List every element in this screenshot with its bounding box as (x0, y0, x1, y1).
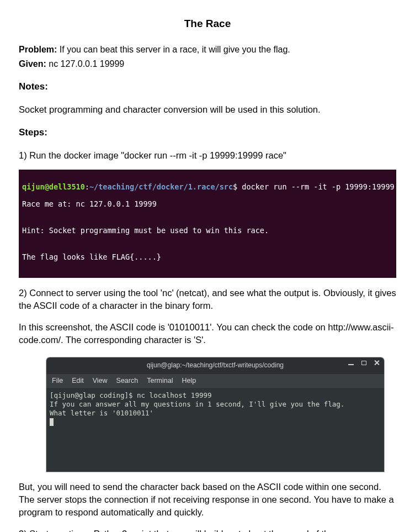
given-line: Given: nc 127.0.0.1 19999 (19, 58, 396, 70)
term1-dollar: $ (233, 182, 242, 191)
menu-search[interactable]: Search (116, 376, 139, 386)
term1-line-3: Hint: Socket programming must be used to… (22, 225, 393, 235)
terminal-docker: qijun@dell3510:~/teaching/ctf/docker/1.r… (19, 170, 396, 278)
steps-heading: Steps: (19, 126, 396, 139)
problem-line: Problem: If you can beat this server in … (19, 44, 396, 56)
given-text: nc 127.0.0.1 19999 (46, 59, 124, 69)
term2-menubar: File Edit View Search Terminal Help (46, 374, 384, 389)
menu-terminal[interactable]: Terminal (147, 376, 173, 386)
minimize-icon[interactable] (348, 360, 354, 366)
step-1-text: 1) Run the docker image "docker run --rm… (19, 149, 396, 162)
page-title: The Race (19, 17, 396, 31)
step-2-text-a: 2) Connect to server using the tool 'nc'… (19, 287, 396, 312)
menu-help[interactable]: Help (182, 376, 196, 386)
term1-line-4: The flag looks like FLAG{.....} (22, 252, 393, 262)
menu-file[interactable]: File (52, 376, 63, 386)
term1-cmd: docker run --rm -it -p 19999:19999 race (242, 182, 396, 191)
step-3-text: 3) Start creating a Python3 script that … (19, 528, 396, 532)
term2-output: [qijun@glap coding]$ nc localhost 19999 … (50, 391, 344, 418)
step-2-text-b: In this screenshot, the ASCII code is '0… (19, 321, 396, 346)
given-label: Given: (19, 59, 46, 69)
menu-view[interactable]: View (93, 376, 108, 386)
problem-label: Problem: (19, 45, 57, 54)
problem-text: If you can beat this server in a race, i… (57, 45, 290, 54)
term1-path: ~/teaching/ctf/docker/1.race/src (89, 182, 233, 191)
notes-text: Socket programming and character convers… (19, 103, 396, 116)
menu-edit[interactable]: Edit (72, 376, 84, 386)
term2-titlebar: qijun@glap:~/teaching/ctf/txctf-writeups… (46, 357, 384, 374)
term1-user: qijun@dell3510 (22, 182, 85, 191)
term1-colon: : (85, 182, 89, 191)
term2-body: [qijun@glap coding]$ nc localhost 19999 … (46, 389, 384, 472)
terminal-netcat: qijun@glap:~/teaching/ctf/txctf-writeups… (46, 357, 384, 471)
term2-title-text: qijun@glap:~/teaching/ctf/txctf-writeups… (147, 361, 284, 369)
terminal-cursor (50, 418, 54, 426)
term1-line-2: Race me at: nc 127.0.0.1 19999 (22, 199, 393, 209)
notes-heading: Notes: (19, 80, 396, 93)
close-icon[interactable] (374, 360, 380, 366)
maximize-icon[interactable] (361, 361, 366, 365)
step-2-text-c: But, you will need to send the character… (19, 481, 396, 519)
